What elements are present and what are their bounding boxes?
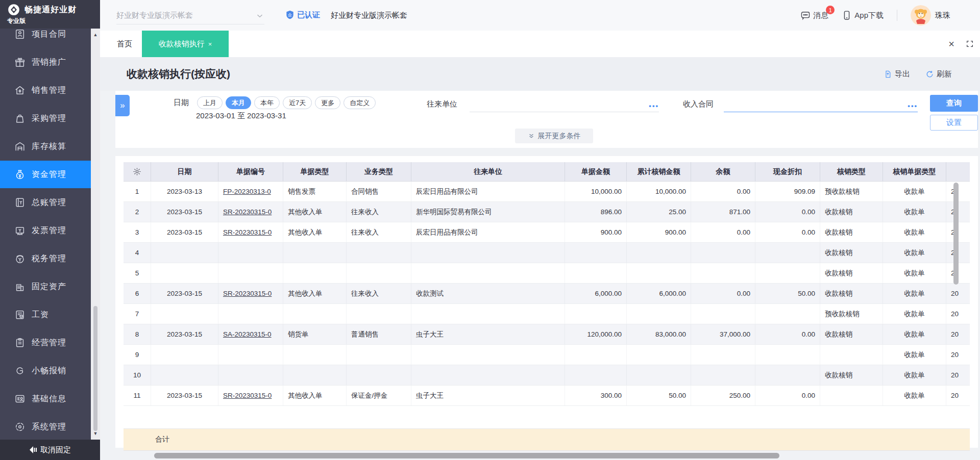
- export-button[interactable]: 导出: [884, 69, 910, 79]
- column-header[interactable]: 单据金额: [565, 162, 627, 181]
- document-number-link[interactable]: FP-20230313-0: [223, 188, 271, 195]
- vertical-scroll-thumb[interactable]: [953, 183, 959, 285]
- column-header[interactable]: 日期: [151, 162, 218, 181]
- system-icon: [14, 421, 26, 432]
- table-row[interactable]: 32023-03-15SR-20230315-0其他收入单往来收入辰宏日用品有限…: [124, 222, 970, 243]
- topbar-right: 消息 1 App下载 珠珠: [800, 0, 950, 31]
- table-row[interactable]: 12023-03-13FP-20230313-0销售发票合同销售辰宏日用品有限公…: [124, 182, 970, 202]
- sidebar-item-sales[interactable]: 销售管理: [0, 80, 91, 100]
- partner-filter-input[interactable]: •••: [470, 97, 659, 112]
- sidebar-item-fixed-assets[interactable]: 固定资产: [0, 276, 91, 297]
- fullscreen-icon: [966, 40, 974, 48]
- fullscreen-button[interactable]: [960, 31, 980, 57]
- settings-button[interactable]: 设置: [930, 115, 978, 131]
- query-button[interactable]: 查询: [930, 95, 978, 112]
- sidebar-item-general-ledger[interactable]: 总账管理: [0, 192, 91, 213]
- column-header[interactable]: 单据类型: [283, 162, 347, 181]
- sidebar-item-funds[interactable]: 资金管理: [0, 161, 91, 188]
- date-pill[interactable]: 本月: [226, 96, 251, 109]
- document-number-link[interactable]: SR-20230315-0: [223, 208, 272, 216]
- table-cell: 其他收入单: [283, 386, 347, 405]
- table-row[interactable]: 82023-03-15SA-20230315-0销货单普通销售虫子大王120,0…: [124, 324, 970, 345]
- sidebar-item-label: 固定资产: [32, 282, 66, 292]
- expand-filter-sidebar-button[interactable]: »: [115, 95, 130, 116]
- column-header[interactable]: 核销类型: [820, 162, 883, 181]
- tab-active[interactable]: 收款核销执行 ×: [142, 31, 229, 57]
- table-row[interactable]: 4收款核销收款单20: [124, 243, 970, 263]
- table-row[interactable]: 22023-03-15SR-20230315-0其他收入单往来收入新华明国际贸易…: [124, 202, 970, 222]
- column-settings-gear-icon[interactable]: [124, 162, 151, 181]
- table-cell: [411, 243, 565, 263]
- sidebar-item-label: 发票管理: [32, 225, 66, 236]
- column-header[interactable]: 核销单据类型: [883, 162, 946, 181]
- sidebar-item-marketing[interactable]: 营销推广: [0, 52, 91, 72]
- document-number-link[interactable]: SR-20230315-0: [223, 392, 272, 399]
- sidebar-item-xiaochang-expense[interactable]: 小畅报销: [0, 361, 91, 381]
- table-cell: 20: [946, 284, 970, 303]
- tab-close-icon[interactable]: ×: [208, 40, 212, 48]
- brand-logo-block[interactable]: 畅捷通好业财 专业版: [0, 0, 100, 29]
- sidebar-item-label: 系统管理: [32, 422, 66, 432]
- column-header[interactable]: 核销: [946, 162, 970, 181]
- row-number-cell: 9: [124, 345, 151, 365]
- contract-more-icon[interactable]: •••: [908, 103, 918, 109]
- column-header[interactable]: 现金折扣: [755, 162, 820, 181]
- expand-more-conditions-button[interactable]: 展开更多条件: [515, 129, 593, 143]
- sidebar-item-operation[interactable]: 经营管理: [0, 333, 91, 353]
- sidebar-item-purchase[interactable]: 采购管理: [0, 108, 91, 129]
- messages-button[interactable]: 消息 1: [800, 10, 828, 20]
- table-cell: SR-20230315-0: [218, 222, 283, 242]
- column-header[interactable]: 往来单位: [411, 162, 565, 181]
- horizontal-scroll-thumb[interactable]: [154, 453, 779, 458]
- certified-shield-icon: 企: [285, 9, 295, 20]
- table-cell: SR-20230315-0: [218, 284, 283, 303]
- table-cell: 20: [946, 345, 970, 365]
- table-cell: [691, 243, 755, 263]
- column-header[interactable]: 余额: [691, 162, 755, 181]
- document-number-link[interactable]: SR-20230315-0: [223, 228, 272, 236]
- refresh-button[interactable]: 刷新: [925, 69, 952, 79]
- account-select[interactable]: 好业财专业版演示帐套: [116, 7, 264, 24]
- date-pill[interactable]: 本年: [254, 96, 280, 109]
- user-menu[interactable]: 珠珠: [911, 5, 950, 25]
- document-number-link[interactable]: SA-20230315-0: [223, 330, 272, 338]
- sidebar-item-system[interactable]: 系统管理: [0, 417, 91, 437]
- sidebar-item-project-contract[interactable]: 项目合同: [0, 29, 91, 44]
- table-row[interactable]: 62023-03-15SR-20230315-0其他收入单往来收入收款测试6,0…: [124, 284, 970, 304]
- inventory-icon: [14, 141, 26, 152]
- column-header[interactable]: 单据编号: [218, 162, 283, 181]
- contract-filter-input[interactable]: •••: [724, 97, 918, 112]
- xiaochang-expense-icon: [14, 365, 26, 376]
- date-pill[interactable]: 上月: [197, 96, 223, 109]
- sidebar-scroll-down-icon[interactable]: ▼: [91, 429, 100, 438]
- date-pill[interactable]: 自定义: [344, 96, 376, 109]
- row-number-cell: 2: [124, 202, 151, 222]
- table-row[interactable]: 10收款核销收款单20: [124, 365, 970, 386]
- sidebar-scroll-up-icon[interactable]: ▲: [91, 31, 100, 39]
- sidebar-unpin-button[interactable]: 取消固定: [0, 440, 100, 460]
- app-download-button[interactable]: App下载: [842, 10, 884, 20]
- sidebar-item-inventory[interactable]: 库存核算: [0, 136, 91, 157]
- document-number-link[interactable]: SR-20230315-0: [223, 290, 272, 297]
- tab-home[interactable]: 首页: [108, 31, 141, 57]
- close-all-tabs-button[interactable]: ×: [941, 31, 962, 57]
- account-select-value: 好业财专业版演示帐套: [116, 11, 193, 20]
- table-row[interactable]: 9收款单20: [124, 345, 970, 365]
- table-row[interactable]: 7预收款核销收款单20: [124, 304, 970, 324]
- sidebar-item-basic-info[interactable]: 基础信息: [0, 389, 91, 409]
- date-pill[interactable]: 更多: [315, 96, 340, 109]
- sidebar-item-tax[interactable]: 税务管理: [0, 248, 91, 269]
- export-icon: [884, 70, 892, 79]
- table-row[interactable]: 112023-03-15SR-20230315-0其他收入单保证金/押金虫子大王…: [124, 386, 970, 406]
- column-header[interactable]: 业务类型: [347, 162, 411, 181]
- column-header[interactable]: 累计核销金额: [627, 162, 691, 181]
- table-cell: [411, 263, 565, 283]
- date-pill[interactable]: 近7天: [283, 96, 312, 109]
- sidebar-scroll-thumb[interactable]: [93, 306, 97, 431]
- certified-badge[interactable]: 企 已认证: [285, 9, 320, 20]
- sidebar-item-payroll[interactable]: 工资: [0, 304, 91, 325]
- sidebar-item-invoice[interactable]: 发票管理: [0, 220, 91, 241]
- table-cell: 20: [946, 365, 970, 385]
- partner-more-icon[interactable]: •••: [649, 103, 659, 109]
- table-row[interactable]: 5收款核销收款单20: [124, 263, 970, 284]
